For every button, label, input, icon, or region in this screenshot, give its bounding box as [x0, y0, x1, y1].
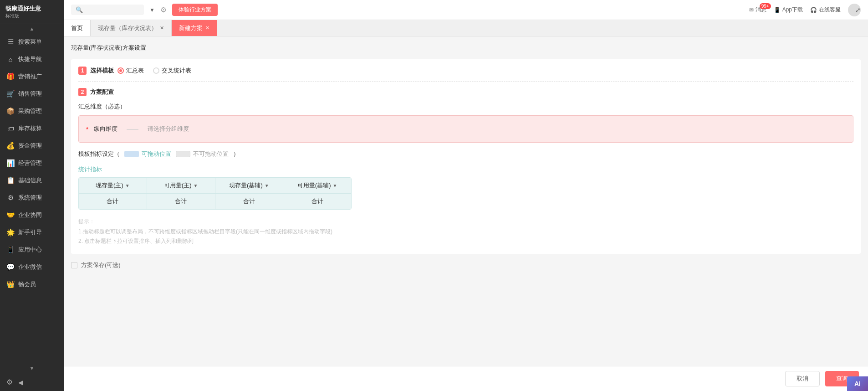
- radio-cross-dot: [153, 67, 159, 74]
- gift-icon: 🎁: [6, 72, 15, 81]
- sidebar-label-member: 畅会员: [18, 280, 36, 288]
- ai-button[interactable]: Ai: [847, 376, 868, 391]
- col-available-aux-cell: 合计: [283, 194, 351, 209]
- topbar-gear-icon[interactable]: ⚙: [160, 5, 167, 14]
- sidebar-scroll-up[interactable]: ▲: [0, 24, 64, 33]
- radio-summary-table[interactable]: 汇总表: [117, 67, 144, 75]
- non-draggable-toggle: 不可拖动位置: [176, 150, 229, 158]
- col-available-main-header[interactable]: 可用量(主) ▼: [147, 178, 215, 194]
- search-input[interactable]: [86, 7, 131, 13]
- logo-main: 畅康通好生意: [5, 5, 58, 13]
- stats-table-header: 现存量(主) ▼ 合计 可用量(主) ▼ 合计: [79, 178, 351, 209]
- sidebar-item-inventory[interactable]: 🏷 库存核算: [0, 120, 64, 137]
- trial-btn[interactable]: 体验行业方案: [172, 4, 218, 16]
- close-window-btn[interactable]: ✕: [828, 2, 848, 18]
- template-radio-group: 汇总表 交叉统计表: [117, 67, 191, 75]
- crown-icon: 👑: [6, 280, 15, 288]
- save-scheme-checkbox[interactable]: [71, 262, 77, 268]
- dim-dash: ——: [127, 126, 138, 133]
- save-scheme-row: 方案保存(可选): [71, 261, 861, 269]
- chevron-current-aux-icon: ▼: [265, 183, 269, 188]
- search-icon: 🔍: [76, 6, 83, 13]
- app-download-label: App下载: [782, 6, 803, 14]
- sidebar-item-finance[interactable]: 💰 资金管理: [0, 137, 64, 154]
- sidebar-label-basic-info: 基础信息: [18, 176, 42, 185]
- draggable-label: 可拖动位置: [142, 150, 171, 158]
- tab-inventory-status[interactable]: 现存量（库存状况表） ✕: [91, 20, 172, 36]
- dropdown-icon[interactable]: ▼: [149, 7, 155, 13]
- sidebar-label-inventory: 库存核算: [18, 124, 42, 133]
- sidebar-item-system[interactable]: ⚙ 系统管理: [0, 189, 64, 206]
- sidebar-footer: ⚙ ◀: [0, 373, 64, 391]
- col-available-main-cell: 合计: [147, 194, 215, 209]
- money-icon: 💰: [6, 142, 15, 150]
- headset-icon: 🎧: [810, 7, 817, 13]
- tag-icon: 🏷: [6, 125, 15, 133]
- settings-icon[interactable]: ⚙: [6, 378, 13, 386]
- tab-inventory-close-icon[interactable]: ✕: [160, 25, 164, 31]
- sidebar-item-sales[interactable]: 🛒 销售管理: [0, 85, 64, 103]
- chevron-available-aux-icon: ▼: [333, 183, 337, 188]
- sidebar-item-marketing[interactable]: 🎁 营销推广: [0, 68, 64, 85]
- sidebar-item-enterprise[interactable]: 🤝 企业协同: [0, 206, 64, 224]
- tips-section: 提示： 1.拖动标题栏可以调整布局，不可跨维度或指标区域拖动栏目字段(只能在同一…: [78, 217, 853, 247]
- sidebar-label-system: 系统管理: [18, 194, 42, 202]
- sidebar-label-marketing: 营销推广: [18, 72, 42, 81]
- tips-line-2: 2. 点击标题栏下拉可设置排序、插入列和删除列: [78, 237, 853, 247]
- tab-home[interactable]: 首页: [64, 20, 91, 36]
- col-available-aux: 可用量(基辅) ▼ 合计: [283, 178, 351, 209]
- collapse-icon[interactable]: ◀: [18, 379, 23, 386]
- col-available-aux-label: 可用量(基辅): [297, 181, 331, 190]
- sidebar-item-newbie[interactable]: 🌟 新手引导: [0, 224, 64, 241]
- draggable-toggle: 可拖动位置: [124, 150, 171, 158]
- sidebar-scroll-down[interactable]: ▼: [0, 364, 64, 373]
- search-menu-icon: ☰: [6, 38, 15, 46]
- tab-new-scheme[interactable]: 新建方案 ✕: [172, 20, 217, 36]
- topbar: 🔍 ▼ ⚙ 体验行业方案 ✉ 消息 99+ 📱 App下载 🎧 在线客服 ✕: [64, 0, 868, 20]
- message-btn[interactable]: ✉ 消息 99+: [749, 6, 766, 14]
- indicator-settings-row: 模板指标设定（ 可拖动位置 不可拖动位置 ）: [78, 150, 853, 158]
- app-logo: 畅康通好生意 标准版: [0, 0, 64, 24]
- sidebar-item-wechat[interactable]: 💬 企业微信: [0, 258, 64, 276]
- col-current-aux-header[interactable]: 现存量(基辅) ▼: [215, 178, 283, 194]
- chat-icon: 💬: [6, 263, 15, 271]
- topbar-search-box[interactable]: 🔍: [71, 5, 144, 15]
- sidebar-item-search[interactable]: ☰ 搜索菜单: [0, 33, 64, 51]
- maximize-window-btn[interactable]: ⤢: [848, 2, 868, 18]
- radio-cross-table[interactable]: 交叉统计表: [153, 67, 191, 75]
- sidebar-label-finance: 资金管理: [18, 142, 42, 150]
- dimension-selector-area[interactable]: * 纵向维度 —— 请选择分组维度: [78, 115, 853, 143]
- page-title: 现存量(库存状况表)方案设置: [71, 44, 861, 52]
- indicator-settings-label: 模板指标设定（: [78, 150, 120, 158]
- cart-icon: 🛒: [6, 90, 15, 98]
- col-current-main-cell: 合计: [79, 194, 147, 209]
- tab-new-scheme-close-icon[interactable]: ✕: [205, 25, 209, 31]
- sidebar-item-member[interactable]: 👑 畅会员: [0, 276, 64, 293]
- draggable-toggle-box: [124, 151, 139, 157]
- sidebar-label-wechat: 企业微信: [18, 263, 42, 271]
- footer-bar: 取消 查询: [64, 366, 868, 391]
- col-current-main-header[interactable]: 现存量(主) ▼: [79, 178, 147, 194]
- sidebar-label-enterprise: 企业协同: [18, 211, 42, 219]
- radio-cross-label: 交叉统计表: [162, 67, 191, 75]
- step2-num: 2: [78, 88, 87, 96]
- sidebar-item-app-center[interactable]: 📱 应用中心: [0, 241, 64, 258]
- col-available-main: 可用量(主) ▼ 合计: [147, 178, 215, 209]
- sidebar-item-basic-info[interactable]: 📋 基础信息: [0, 172, 64, 189]
- sidebar-item-purchase[interactable]: 📦 采购管理: [0, 103, 64, 120]
- tips-line-1: 1.拖动标题栏可以调整布局，不可跨维度或指标区域拖动栏目字段(只能在同一维度或指…: [78, 227, 853, 237]
- app-download-btn[interactable]: 📱 App下载: [774, 6, 803, 14]
- tab-inventory-status-label: 现存量（库存状况表）: [98, 24, 157, 32]
- sidebar-item-operation[interactable]: 📊 经营管理: [0, 154, 64, 172]
- col-available-aux-header[interactable]: 可用量(基辅) ▼: [283, 178, 351, 194]
- sidebar-label-operation: 经营管理: [18, 159, 42, 167]
- stats-table-section: 统计指标 现存量(主) ▼ 合计 可用量(主): [78, 165, 853, 210]
- step2-row: 2 方案配置: [78, 88, 853, 96]
- sidebar-item-quick-nav[interactable]: ⌂ 快捷导航: [0, 51, 64, 68]
- box-icon: 📦: [6, 107, 15, 115]
- col-available-main-label: 可用量(主): [164, 181, 192, 190]
- sidebar-label-sales: 销售管理: [18, 90, 42, 98]
- col-current-aux-cell: 合计: [215, 194, 283, 209]
- step1-row: 1 选择模板 汇总表 交叉统计表: [78, 67, 853, 75]
- cancel-button[interactable]: 取消: [785, 371, 820, 386]
